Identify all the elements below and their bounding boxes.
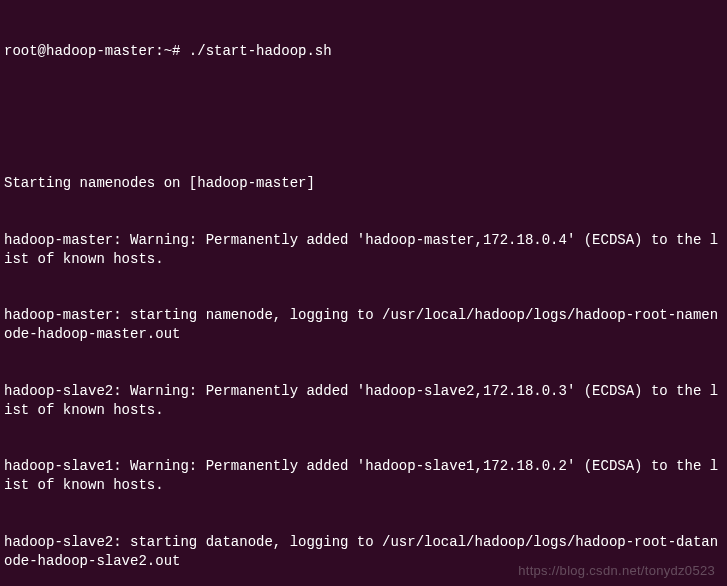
output-line: hadoop-master: starting namenode, loggin…: [4, 306, 723, 344]
terminal-output: root@hadoop-master:~# ./start-hadoop.sh …: [4, 4, 723, 586]
output-line: Starting namenodes on [hadoop-master]: [4, 174, 723, 193]
command-text: ./start-hadoop.sh: [189, 43, 332, 59]
output-line: hadoop-slave1: Warning: Permanently adde…: [4, 457, 723, 495]
watermark-text: https://blog.csdn.net/tonydz0523: [518, 562, 715, 580]
output-line: hadoop-master: Warning: Permanently adde…: [4, 231, 723, 269]
output-line: hadoop-slave2: Warning: Permanently adde…: [4, 382, 723, 420]
shell-prompt: root@hadoop-master:~#: [4, 43, 189, 59]
